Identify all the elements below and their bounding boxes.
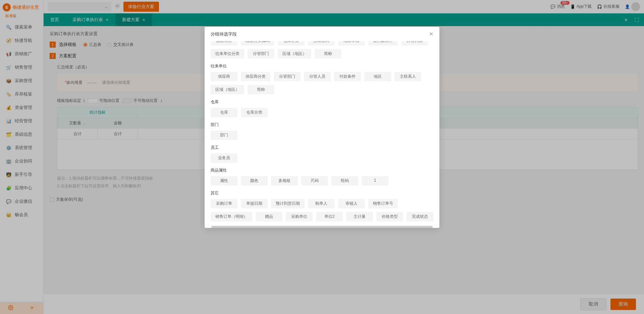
field-chip[interactable]: 简称 [248,85,274,95]
field-chip[interactable]: 仓库 [211,108,237,117]
field-picker-modal: 分组待选字段 ✕ 拣货积分税收分类编码仓库分类主联系人结算单位收付款条件分管人员… [205,27,439,228]
field-chip[interactable]: 销售订单（明细） [211,212,252,222]
field-chip[interactable]: 预计到货日期 [271,199,305,208]
group-title: 部门 [211,122,433,128]
field-chip[interactable]: 多规格 [271,176,298,186]
field-chip[interactable]: 分管人员 [304,72,331,81]
field-chip[interactable]: 审核人 [338,199,365,208]
field-chip[interactable]: 区域（地区） [211,85,244,95]
field-chip[interactable]: 供应商 [211,72,237,81]
field-chip[interactable]: 销售订单号 [368,199,398,208]
field-group: 其它采购订单单据日期预计到货日期制单人审核人销售订单号销售订单（明细）赠品采购单… [211,190,433,225]
field-chip[interactable]: 简称 [315,49,341,59]
field-chip[interactable]: 供应商分类 [241,72,270,81]
modal-horizontal-scroll[interactable] [205,225,439,228]
group-title: 仓库 [211,99,433,105]
field-chip[interactable]: 主计量 [346,212,373,222]
field-chip[interactable]: 仓库分类 [241,108,268,117]
field-chip[interactable]: 完成状态 [407,212,433,222]
field-chip[interactable]: 1 [362,176,388,186]
field-chip[interactable]: 税收分类编码 [241,41,274,46]
field-chip[interactable]: 结算单位 [338,41,365,46]
field-chip[interactable]: 分管部门 [248,49,274,59]
field-chip[interactable]: 单位2 [316,212,343,222]
field-chip[interactable]: 往来单位分类 [211,49,244,59]
field-chip[interactable]: 主联系人 [394,72,421,81]
field-chip[interactable]: 属性 [211,176,237,186]
field-chip[interactable]: 付款条件 [334,72,361,81]
field-chip[interactable]: 区域（地区） [278,49,311,59]
field-chip[interactable]: 拣货积分 [211,41,237,46]
group-title: 往来单位 [211,63,433,69]
field-chip[interactable]: 分管部门 [274,72,301,81]
modal-mask[interactable]: 分组待选字段 ✕ 拣货积分税收分类编码仓库分类主联系人结算单位收付款条件分管人员… [0,0,644,314]
modal-title: 分组待选字段 [211,31,237,37]
field-chip[interactable]: 价格类型 [376,212,403,222]
field-chip[interactable]: 业务员 [211,153,237,163]
field-chip[interactable]: 尺码 [301,176,328,186]
field-chip[interactable]: 采购单位 [286,212,313,222]
field-chip[interactable]: 鞋码 [331,176,358,186]
modal-close-icon[interactable]: ✕ [429,31,433,37]
field-group: 部门部门 [211,122,433,140]
scroll-thumb[interactable] [211,226,433,228]
field-chip[interactable]: 主联系人 [308,41,335,46]
field-group: 拣货积分税收分类编码仓库分类主联系人结算单位收付款条件分管人员往来单位分类分管部… [211,41,433,59]
field-chip[interactable]: 赠品 [256,212,282,222]
field-chip[interactable]: 地区 [364,72,391,81]
field-group: 员工业务员 [211,145,433,163]
field-group: 往来单位供应商供应商分类分管部门分管人员付款条件地区主联系人区域（地区）简称 [211,63,433,95]
field-group: 商品属性属性颜色多规格尺码鞋码1 [211,168,433,186]
group-title: 其它 [211,190,433,196]
field-chip[interactable]: 部门 [211,130,237,140]
field-chip[interactable]: 采购订单 [211,199,237,208]
field-chip[interactable]: 颜色 [241,176,268,186]
field-chip[interactable]: 单据日期 [241,199,268,208]
group-title: 员工 [211,145,433,150]
field-chip[interactable]: 分管人员 [401,41,428,46]
field-chip[interactable]: 仓库分类 [278,41,305,46]
field-group: 仓库仓库仓库分类 [211,99,433,117]
field-chip[interactable]: 制单人 [308,199,335,208]
field-chip[interactable]: 收付款条件 [368,41,398,46]
group-title: 商品属性 [211,168,433,173]
